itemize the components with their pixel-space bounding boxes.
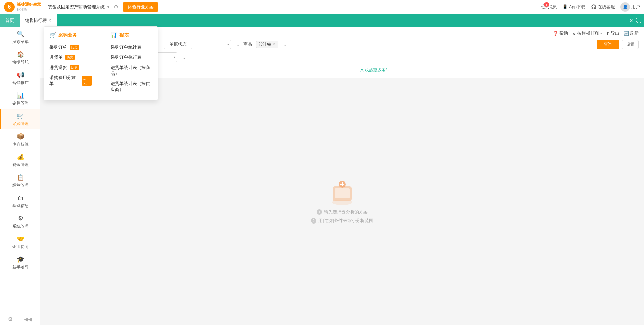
sidebar-item-sales[interactable]: 📊 销售管理: [0, 88, 40, 109]
sidebar-label-search: 搜索菜单: [12, 39, 29, 45]
tab-close-icon[interactable]: ×: [49, 18, 51, 23]
dropdown-item-stock-stat-supplier[interactable]: 进货单统计表（按供应商）: [111, 79, 153, 95]
search-icon: 🔍: [17, 30, 24, 38]
sidebar-item-basic-info[interactable]: 🗂 基础信息: [0, 191, 40, 211]
nav-tabs: 首页 销售排行榜 × ✕ ⛶: [0, 14, 644, 27]
sidebar-item-search-menu[interactable]: 🔍 搜索菜单: [0, 27, 40, 47]
tab-sales-rank[interactable]: 销售排行榜 ×: [20, 14, 57, 27]
goods-tag-remove[interactable]: ×: [273, 42, 275, 47]
dropdown-item-stock-stat-goods[interactable]: 进货单统计表（按商品）: [111, 63, 153, 79]
sidebar-label-enterprise: 企业协同: [12, 244, 29, 250]
sidebar-collapse-icon[interactable]: ◀◀: [24, 316, 32, 322]
sidebar-label-marketing: 营销推广: [12, 80, 29, 86]
sidebar-footer: ⚙ ◀◀: [0, 313, 40, 325]
dropdown-item-stock-in[interactable]: 进货单 历史: [49, 52, 92, 63]
print-btn[interactable]: 🖨 按模板打印 ▾: [572, 30, 602, 36]
doc-status-select[interactable]: [191, 40, 231, 49]
dropdown-item-stock-return[interactable]: 进货退货 历史: [49, 63, 92, 73]
hint-number-2: 2: [311, 218, 316, 224]
online-service-item[interactable]: 🎧 在线客服: [591, 4, 615, 10]
sidebar-item-system[interactable]: ⚙ 系统管理: [0, 211, 40, 232]
tab-home-label: 首页: [5, 17, 14, 24]
purchase-fee-history-badge: 历史: [82, 76, 92, 86]
doc-status-more[interactable]: ...: [235, 42, 239, 47]
print-dropdown-icon[interactable]: ▾: [600, 32, 602, 35]
purchase-dropdown-menu: 🛒 采购业务 采购订单 历史 进货单 历史 进货退货 历史 采购费用分摊单 历史: [44, 26, 158, 100]
stock-return-history-badge: 历史: [70, 65, 79, 70]
salesman-more[interactable]: ...: [181, 54, 185, 60]
online-service-label: 在线客服: [598, 4, 615, 10]
empty-illustration: [325, 179, 359, 206]
sidebar-label-purchase: 采购管理: [12, 121, 29, 127]
tab-sales-rank-label: 销售排行榜: [25, 17, 47, 24]
refresh-btn[interactable]: 🔄 刷新: [623, 30, 639, 36]
notification-badge: 💬 9: [541, 4, 547, 9]
svg-rect-2: [335, 188, 350, 198]
order-exec-label: 采购订单执行表: [111, 54, 141, 60]
sidebar-item-quick-nav[interactable]: 🏠 快捷导航: [0, 47, 40, 68]
settings-button[interactable]: 设置: [622, 40, 639, 49]
collapse-filters-btn[interactable]: ⋀ 收起更多条件: [360, 66, 389, 74]
dropdown-item-order-exec[interactable]: 采购订单执行表: [111, 52, 153, 63]
user-item[interactable]: 👤 用户: [620, 2, 640, 12]
tab-actions: ✕ ⛶: [629, 17, 641, 24]
tab-home[interactable]: 首页: [0, 14, 20, 27]
sidebar-item-inventory[interactable]: 📦 库存核算: [0, 129, 40, 150]
help-btn[interactable]: ❓ 帮助: [553, 30, 568, 36]
report-section-header: 📊 报表: [111, 32, 153, 38]
help-label: 帮助: [559, 30, 568, 36]
sidebar-label-inventory: 库存核算: [12, 141, 29, 147]
refresh-icon: 🔄: [623, 31, 629, 36]
stock-in-history-badge: 历史: [65, 55, 75, 60]
purchase-order-history-badge: 历史: [70, 45, 79, 50]
logo-area: 6 畅捷通好生意 标准版: [4, 2, 44, 12]
doc-status-label: 单据状态: [169, 41, 187, 47]
sidebar-item-enterprise[interactable]: 🤝 企业协同: [0, 232, 40, 252]
sidebar-item-marketing[interactable]: 📢 营销推广: [0, 68, 40, 88]
goods-tag: 设计费 ×: [256, 41, 278, 48]
dropdown-item-order-stat[interactable]: 采购订单统计表: [111, 42, 153, 52]
app-download-item[interactable]: 📱 App下载: [562, 4, 585, 10]
sidebar-settings-icon[interactable]: ⚙: [8, 316, 13, 322]
doc-status-select-wrapper: ▾: [191, 40, 231, 49]
export-label: 导出: [611, 30, 619, 36]
purchase-icon: 🛒: [17, 112, 24, 120]
tab-expand-icon[interactable]: ⛶: [636, 17, 641, 24]
system-title: 装备及固定资产辅助管理系统: [48, 4, 105, 10]
logo-line1: 畅捷通好生意: [17, 2, 41, 7]
dropdown-columns: 🛒 采购业务 采购订单 历史 进货单 历史 进货退货 历史 采购费用分摊单 历史: [49, 32, 152, 95]
dropdown-item-purchase-order[interactable]: 采购订单 历史: [49, 42, 92, 52]
sidebar-label-quick-nav: 快捷导航: [12, 59, 29, 65]
goods-label: 商品: [243, 41, 252, 47]
logo-line2: 标准版: [17, 7, 41, 12]
system-dropdown-arrow[interactable]: ▾: [107, 5, 109, 9]
export-btn[interactable]: ⬆ 导出: [606, 30, 619, 36]
tab-close-window-icon[interactable]: ✕: [629, 17, 633, 24]
system-icon: ⚙: [17, 215, 24, 222]
toolbar-right: ❓ 帮助 🖨 按模板打印 ▾ ⬆ 导出 🔄 刷新: [553, 30, 639, 36]
home-icon: 🏠: [17, 51, 24, 58]
stock-stat-goods-label: 进货单统计表（按商品）: [111, 65, 153, 77]
sidebar: 🔍 搜索菜单 🏠 快捷导航 📢 营销推广 📊 销售管理 🛒 采购管理 📦 库存核…: [0, 27, 40, 325]
sidebar-item-operation[interactable]: 📋 经营管理: [0, 170, 40, 191]
inventory-icon: 📦: [17, 133, 24, 140]
collapse-label: 收起更多条件: [365, 67, 389, 73]
sidebar-label-operation: 经营管理: [12, 182, 29, 188]
user-label: 用户: [631, 4, 640, 10]
query-button[interactable]: 查询: [597, 40, 619, 49]
dropdown-item-purchase-fee[interactable]: 采购费用分摊单 历史: [49, 73, 92, 89]
refresh-label: 刷新: [630, 30, 639, 36]
sidebar-label-finance: 资金管理: [12, 162, 29, 168]
collapse-up-icon: ⋀: [360, 68, 364, 72]
sidebar-item-purchase[interactable]: 🛒 采购管理: [0, 109, 40, 129]
sidebar-label-sales: 销售管理: [12, 100, 29, 106]
notification-item[interactable]: 💬 9 消息: [541, 4, 557, 10]
header-middle: 装备及固定资产辅助管理系统 ▾ ⚙ 体验行业方案: [44, 2, 541, 12]
top-header: 6 畅捷通好生意 标准版 装备及固定资产辅助管理系统 ▾ ⚙ 体验行业方案 💬 …: [0, 0, 644, 14]
goods-more[interactable]: ...: [282, 42, 286, 47]
sidebar-item-guide[interactable]: 🎓 新手引导: [0, 252, 40, 273]
enterprise-icon: 🤝: [17, 235, 24, 243]
industry-button[interactable]: 体验行业方案: [123, 2, 158, 12]
sidebar-item-finance[interactable]: 💰 资金管理: [0, 150, 40, 170]
gear-button[interactable]: ⚙: [112, 3, 120, 11]
